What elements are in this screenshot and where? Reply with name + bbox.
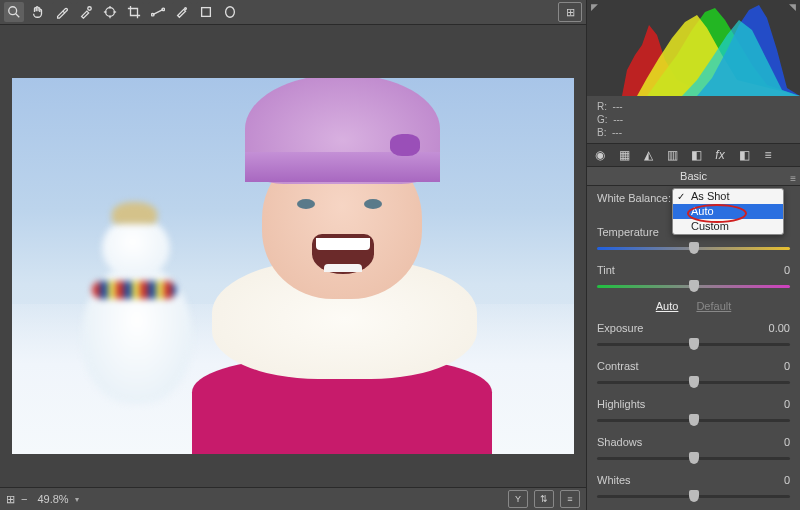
new-snapshot-button[interactable]: ⊞ <box>558 2 582 22</box>
canvas-area <box>0 25 586 487</box>
before-after-y-button[interactable]: Y <box>508 490 528 508</box>
preview-image[interactable] <box>12 78 574 454</box>
wb-option-auto[interactable]: Auto <box>673 204 783 219</box>
zoom-level[interactable]: 49.8% <box>37 493 68 505</box>
slider-thumb[interactable] <box>689 414 699 426</box>
zoom-tool[interactable] <box>4 2 24 22</box>
tab-basic[interactable]: ◉ <box>591 147 609 163</box>
svg-point-0 <box>9 7 17 15</box>
rotate-tool[interactable] <box>220 2 240 22</box>
spot-heal-tool[interactable] <box>172 2 192 22</box>
camera-raw-app: ⊞ ⊞ − 49.8% ▾ Y <box>0 0 800 510</box>
tint-value[interactable]: 0 <box>784 264 790 276</box>
white-balance-label: White Balance: <box>597 192 671 204</box>
straighten-tool[interactable] <box>148 2 168 22</box>
auto-link[interactable]: Auto <box>656 300 679 312</box>
svg-point-3 <box>106 8 115 17</box>
target-adjust-tool[interactable] <box>100 2 120 22</box>
svg-point-2 <box>88 7 92 11</box>
color-sampler-tool[interactable] <box>76 2 96 22</box>
eyedropper-tool[interactable] <box>52 2 72 22</box>
svg-point-13 <box>226 7 235 18</box>
slider-thumb[interactable] <box>689 376 699 388</box>
view-options-button[interactable]: ≡ <box>560 490 580 508</box>
hand-tool[interactable] <box>28 2 48 22</box>
right-panel: ◤ ◥ R: --- G: --- B: --- ◉ ▦ ◭ ▥ ◧ fx <box>586 0 800 510</box>
auto-default-links: Auto Default <box>597 300 790 312</box>
tint-slider[interactable] <box>597 280 790 294</box>
slider-thumb[interactable] <box>689 242 699 254</box>
histogram-graph <box>587 0 800 96</box>
highlights-slider[interactable] <box>597 414 790 428</box>
exposure-slider[interactable] <box>597 338 790 352</box>
shadows-value[interactable]: 0 <box>784 436 790 448</box>
tab-detail[interactable]: ◭ <box>639 147 657 163</box>
crop-tool[interactable] <box>124 2 144 22</box>
tab-presets[interactable]: ≡ <box>759 147 777 163</box>
panel-tabs: ◉ ▦ ◭ ▥ ◧ fx ◧ ≡ <box>587 143 800 167</box>
shadows-slider[interactable] <box>597 452 790 466</box>
rgb-readout: R: --- G: --- B: --- <box>587 96 800 143</box>
shadows-label: Shadows <box>597 436 642 448</box>
left-pane: ⊞ ⊞ − 49.8% ▾ Y <box>0 0 586 510</box>
tab-camera[interactable]: ◧ <box>735 147 753 163</box>
contrast-value[interactable]: 0 <box>784 360 790 372</box>
tint-label: Tint <box>597 264 615 276</box>
zoom-menu-caret[interactable]: ▾ <box>75 495 79 504</box>
contrast-label: Contrast <box>597 360 639 372</box>
check-icon: ✓ <box>677 189 685 204</box>
basic-controls: White Balance: ✓As Shot Auto Custom Temp… <box>587 186 800 510</box>
svg-rect-12 <box>202 8 211 17</box>
status-bar: ⊞ − 49.8% ▾ Y ⇅ ≡ <box>0 487 586 510</box>
whites-value[interactable]: 0 <box>784 474 790 486</box>
top-toolbar: ⊞ <box>0 0 586 25</box>
contrast-slider[interactable] <box>597 376 790 390</box>
temperature-slider[interactable] <box>597 242 790 256</box>
exposure-label: Exposure <box>597 322 643 334</box>
whites-slider[interactable] <box>597 490 790 504</box>
svg-line-1 <box>16 14 20 18</box>
slider-thumb[interactable] <box>689 280 699 292</box>
white-balance-dropdown[interactable]: ✓As Shot Auto Custom <box>672 188 784 235</box>
temperature-label: Temperature <box>597 226 659 238</box>
exposure-value[interactable]: 0.00 <box>769 322 790 334</box>
tab-split[interactable]: ◧ <box>687 147 705 163</box>
redeye-tool[interactable] <box>196 2 216 22</box>
svg-point-11 <box>185 8 187 10</box>
default-link[interactable]: Default <box>696 300 731 312</box>
histogram[interactable]: ◤ ◥ <box>587 0 800 96</box>
tab-curve[interactable]: ▦ <box>615 147 633 163</box>
slider-thumb[interactable] <box>689 490 699 502</box>
tab-hsl[interactable]: ▥ <box>663 147 681 163</box>
zoom-out-button[interactable]: − <box>21 493 27 505</box>
swap-button[interactable]: ⇅ <box>534 490 554 508</box>
highlights-label: Highlights <box>597 398 645 410</box>
grid-toggle[interactable]: ⊞ <box>6 493 15 506</box>
plus-icon: ⊞ <box>566 6 575 19</box>
wb-option-custom[interactable]: Custom <box>673 219 783 234</box>
highlights-value[interactable]: 0 <box>784 398 790 410</box>
slider-thumb[interactable] <box>689 452 699 464</box>
slider-thumb[interactable] <box>689 338 699 350</box>
tab-fx[interactable]: fx <box>711 147 729 163</box>
whites-label: Whites <box>597 474 631 486</box>
wb-option-as-shot[interactable]: ✓As Shot <box>673 189 783 204</box>
panel-title: Basic ≡ <box>587 167 800 186</box>
